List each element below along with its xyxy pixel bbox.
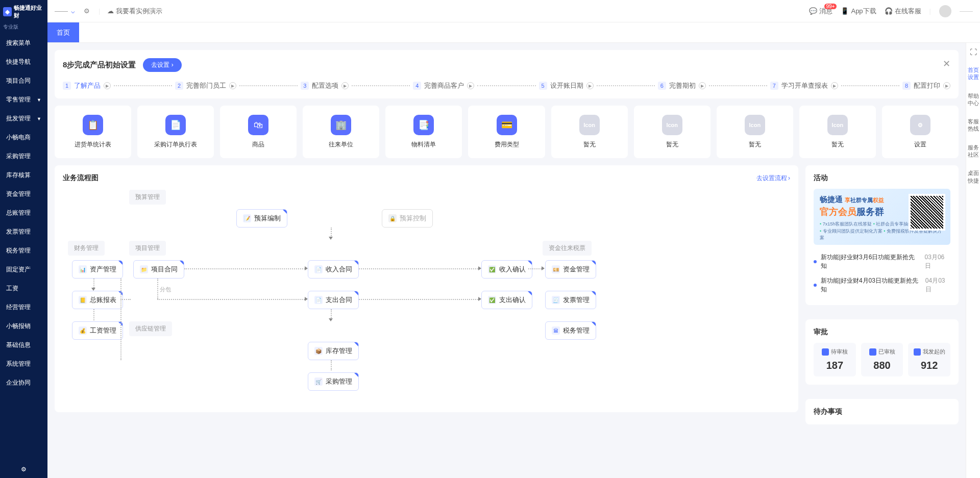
sidebar-item-0[interactable]: 搜索菜单	[0, 34, 47, 53]
node-tax[interactable]: 🏛税务管理	[545, 321, 596, 340]
rail-cs[interactable]: 客服 热线	[967, 117, 980, 134]
approval-card-1[interactable]: 已审核880	[861, 343, 903, 376]
quick-icon: 📋	[83, 115, 103, 135]
node-fund[interactable]: 💴资金管理	[545, 260, 596, 279]
approval-card: 审批 待审核187已审核880我发起的912	[805, 319, 959, 385]
node-proj-contract[interactable]: 📁项目合同	[133, 260, 184, 279]
quick-item-0[interactable]: 📋进货单统计表	[55, 106, 131, 158]
play-icon: ▶	[104, 82, 111, 89]
sidebar-item-5[interactable]: 小畅电商	[0, 128, 47, 147]
gear-icon[interactable]: ⚙	[82, 7, 91, 16]
sidebar-item-7[interactable]: 库存核算	[0, 166, 47, 185]
quick-item-10[interactable]: ⚙设置	[882, 106, 959, 158]
topbar: —— ⌵ ⚙ | ☁ 我要看实例演示 💬 消息 99+ 📱 App下	[47, 0, 980, 22]
node-budget-ctrl[interactable]: 🔒预算控制	[382, 209, 433, 228]
quick-item-2[interactable]: 🛍商品	[220, 106, 297, 158]
setup-step-5[interactable]: 5设开账日期▶	[539, 81, 594, 90]
quick-item-3[interactable]: 🏢往来单位	[303, 106, 379, 158]
sidebar-item-11[interactable]: 税务管理	[0, 241, 47, 260]
message-badge: 99+	[824, 4, 837, 9]
node-invoice[interactable]: 🧾发票管理	[545, 291, 596, 309]
demo-link[interactable]: ☁ 我要看实例演示	[107, 7, 162, 16]
flow-diagram: 预算管理 📝预算编制 🔒预算控制 财务管理 📊资产管理 📒总账报表	[63, 190, 790, 404]
sidebar-item-6[interactable]: 采购管理	[0, 147, 47, 166]
quick-item-5[interactable]: 💳费用类型	[468, 106, 545, 158]
quick-icon: 🏢	[331, 115, 351, 135]
activity-item-1[interactable]: 新功能|好业财4月03日功能更新抢先知04月03日	[814, 273, 950, 297]
service-button[interactable]: 🎧 在线客服	[885, 7, 921, 16]
download-button[interactable]: 📱 App下载	[841, 7, 876, 16]
sidebar-item-14[interactable]: 经营管理	[0, 298, 47, 317]
message-button[interactable]: 💬 消息 99+	[809, 7, 832, 16]
close-icon[interactable]: ✕	[943, 58, 950, 69]
quick-icon: 💳	[497, 115, 517, 135]
setup-step-8[interactable]: 8配置打印▶	[902, 81, 950, 90]
sidebar-item-3[interactable]: 零售管理▼	[0, 90, 47, 109]
expand-icon[interactable]: ⛶	[970, 48, 977, 56]
message-icon: 💬	[809, 7, 817, 15]
sidebar-item-4[interactable]: 批发管理▼	[0, 109, 47, 128]
group-budget: 预算管理	[129, 190, 166, 205]
todo-card: 待办事项	[805, 399, 959, 424]
setup-step-3[interactable]: 3配置选项▶	[301, 81, 349, 90]
setup-step-1[interactable]: 1了解产品▶	[63, 81, 111, 90]
node-income-confirm[interactable]: ✅收入确认	[481, 260, 532, 279]
setup-step-6[interactable]: 6完善期初▶	[658, 81, 706, 90]
sidebar-item-8[interactable]: 资金管理	[0, 185, 47, 204]
approval-icon	[914, 348, 921, 356]
sidebar-item-16[interactable]: 基础信息	[0, 336, 47, 355]
node-asset[interactable]: 📊资产管理	[72, 260, 123, 279]
node-ledger[interactable]: 📒总账报表	[72, 291, 123, 309]
setup-button[interactable]: 去设置 ›	[143, 58, 181, 72]
quick-item-6[interactable]: Icon暂无	[551, 106, 628, 158]
approval-card-0[interactable]: 待审核187	[814, 343, 856, 376]
chevron-down-icon: ▼	[37, 116, 41, 121]
quick-item-1[interactable]: 📄采购订单执行表	[137, 106, 214, 158]
phone-icon: 📱	[841, 7, 849, 15]
right-rail: ⛶ 首页 设置 帮助 中心 客服 热线 服务 社区 桌面 快捷	[966, 43, 980, 478]
sidebar-item-17[interactable]: 系统管理	[0, 355, 47, 373]
quick-icon: Icon	[662, 115, 682, 135]
rail-desktop[interactable]: 桌面 快捷	[967, 168, 980, 185]
tab-home[interactable]: 首页	[47, 22, 79, 42]
org-selector[interactable]: —— ⌵	[55, 7, 75, 15]
sidebar-item-9[interactable]: 总账管理	[0, 204, 47, 222]
setup-step-7[interactable]: 7学习开单查报表▶	[770, 81, 838, 90]
approval-card-2[interactable]: 我发起的912	[908, 343, 950, 376]
chevron-down-icon: ▼	[37, 97, 41, 103]
sidebar-item-13[interactable]: 工资	[0, 279, 47, 298]
logo: ◆ 畅捷通好业财	[0, 0, 47, 23]
sidebar: ◆ 畅捷通好业财 专业版 搜索菜单快捷导航项目合同零售管理▼批发管理▼小畅电商采…	[0, 0, 47, 478]
avatar[interactable]	[939, 5, 951, 17]
node-expense-confirm[interactable]: ✅支出确认	[481, 291, 532, 309]
flow-config-link[interactable]: 去设置流程 ›	[756, 174, 790, 183]
sidebar-item-10[interactable]: 发票管理	[0, 222, 47, 241]
activity-item-0[interactable]: 新功能|好业财3月6日功能更新抢先知03月06日	[814, 250, 950, 273]
setup-step-2[interactable]: 2完善部门员工▶	[175, 81, 236, 90]
quick-item-4[interactable]: 📑物料清单	[385, 106, 462, 158]
rail-help[interactable]: 帮助 中心	[967, 91, 980, 108]
rail-home-settings[interactable]: 首页 设置	[967, 65, 980, 82]
node-expense-contract[interactable]: 📄支出合同	[308, 291, 359, 309]
setup-step-4[interactable]: 4完善商品客户▶	[413, 81, 474, 90]
quick-item-8[interactable]: Icon暂无	[717, 106, 793, 158]
quick-item-9[interactable]: Icon暂无	[799, 106, 876, 158]
node-income-contract[interactable]: 📄收入合同	[308, 260, 359, 279]
rail-community[interactable]: 服务 社区	[967, 143, 980, 160]
sidebar-settings[interactable]: ⚙	[0, 461, 47, 478]
sidebar-item-15[interactable]: 小畅报销	[0, 317, 47, 336]
sidebar-item-18[interactable]: 企业协同	[0, 373, 47, 392]
sidebar-item-1[interactable]: 快捷导航	[0, 53, 47, 71]
node-salary[interactable]: 💰工资管理	[72, 321, 123, 340]
node-stock[interactable]: 📦库存管理	[308, 342, 359, 360]
node-budget-edit[interactable]: 📝预算编制	[236, 209, 287, 228]
activity-card: 活动 畅捷通 享社群专属权益 官方会员服务群 7x15h客服团队在线答疑 社群会…	[805, 165, 959, 305]
sidebar-item-2[interactable]: 项目合同	[0, 71, 47, 90]
sidebar-item-12[interactable]: 固定资产	[0, 260, 47, 279]
promo-banner[interactable]: 畅捷通 享社群专属权益 官方会员服务群 7x15h客服团队在线答疑 社群会员专享…	[814, 189, 950, 245]
quick-icon: Icon	[745, 115, 765, 135]
quick-row: 📋进货单统计表📄采购订单执行表🛍商品🏢往来单位📑物料清单💳费用类型Icon暂无I…	[55, 106, 959, 158]
node-purchase[interactable]: 🛒采购管理	[308, 372, 359, 391]
quick-item-7[interactable]: Icon暂无	[634, 106, 710, 158]
group-supply: 供应链管理	[129, 321, 172, 336]
